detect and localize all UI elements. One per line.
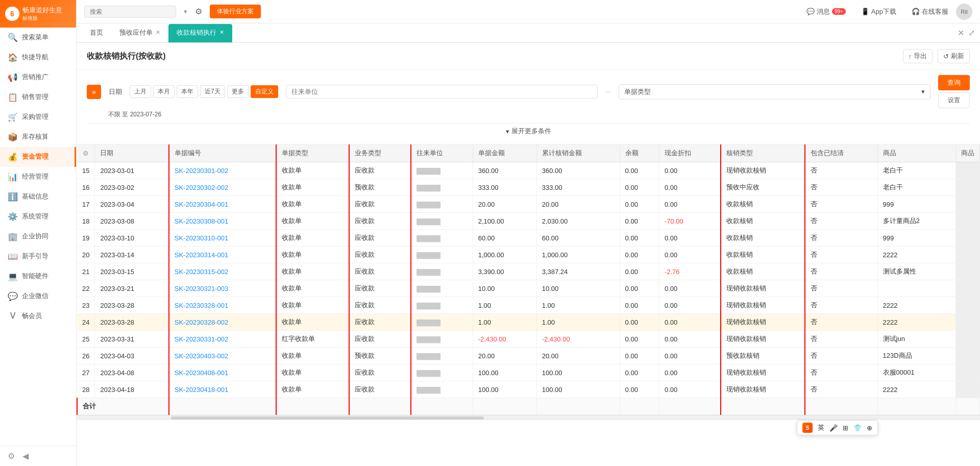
topbar-search-input[interactable]	[84, 6, 176, 18]
cell-doc-no: SK-20230315-002	[169, 263, 276, 280]
doc-no-link[interactable]: SK-20230403-002	[175, 352, 229, 360]
doc-no-link[interactable]: SK-20230408-001	[175, 369, 229, 377]
date-custom[interactable]: 自定义	[251, 85, 278, 98]
cell-settled: 否	[805, 314, 877, 331]
doc-no-link[interactable]: SK-20230301-002	[175, 167, 229, 175]
doc-no-link[interactable]: SK-20230328-001	[175, 302, 229, 309]
cell-amount: 1,000.00	[473, 247, 536, 263]
tab-home[interactable]: 首页	[82, 24, 111, 42]
col-date: 日期	[95, 144, 169, 162]
shortcut-icon: 🏠	[8, 53, 18, 62]
col-doc-no: 单据编号	[169, 144, 276, 162]
tab-close-all-icon[interactable]: ✕	[958, 28, 964, 38]
sidebar-item-hardware[interactable]: 💻智能硬件	[0, 266, 76, 286]
filter-toggle-btn[interactable]: »	[87, 85, 101, 99]
doc-no-link[interactable]: SK-20230310-001	[175, 234, 229, 242]
query-actions: 查询 设置	[938, 75, 970, 108]
tab-prepay-close[interactable]: ✕	[156, 29, 160, 36]
sidebar-item-finance[interactable]: 💰资金管理	[0, 147, 76, 167]
sidebar-item-basic[interactable]: ℹ️基础信息	[0, 187, 76, 207]
total-discount	[659, 398, 721, 415]
col-verify-type: 核销类型	[721, 144, 805, 162]
industry-solution-button[interactable]: 体验行业方案	[210, 5, 261, 18]
cell-biz-type: 应收款	[349, 280, 411, 297]
ime-keyboard-icon[interactable]: ⊞	[843, 424, 848, 432]
doc-type-select[interactable]: 单据类型 ▾	[619, 84, 930, 100]
tab-collection-close[interactable]: ✕	[219, 29, 224, 36]
date-last-month[interactable]: 上月	[130, 85, 151, 98]
date-more[interactable]: 更多	[227, 85, 249, 98]
doc-no-link[interactable]: SK-20230331-002	[175, 335, 229, 343]
ime-mic-icon[interactable]: 🎤	[829, 424, 838, 432]
cell-verify-type: 现销收款核销	[721, 314, 805, 331]
cell-biz-type: 应收款	[349, 263, 411, 280]
member-icon: V	[8, 311, 18, 321]
sidebar-item-member[interactable]: V畅会员	[0, 306, 76, 326]
settings-footer-icon[interactable]: ⚙	[8, 451, 15, 461]
cell-discount: 0.00	[659, 280, 721, 297]
cell-balance: 0.00	[620, 247, 659, 263]
sidebar-item-guide[interactable]: 📖新手引导	[0, 247, 76, 266]
cell-date: 2023-03-28	[95, 314, 169, 331]
messages-action[interactable]: 💬 消息 99+	[806, 7, 846, 16]
doc-no-link[interactable]: SK-20230328-002	[175, 318, 229, 326]
cell-doc-no: SK-20230301-002	[169, 162, 276, 179]
tab-expand-icon[interactable]: ⤢	[968, 28, 975, 38]
doc-no-link[interactable]: SK-20230321-003	[175, 285, 229, 292]
table-row: 27 2023-04-08 SK-20230408-001 收款单 应收款 ██…	[77, 364, 980, 381]
tab-collection[interactable]: 收款核销执行 ✕	[168, 24, 232, 42]
cell-doc-no: SK-20230308-001	[169, 213, 276, 230]
date-7days[interactable]: 近7天	[200, 85, 225, 98]
doc-no-link[interactable]: SK-20230314-001	[175, 251, 229, 259]
cell-settled: 否	[805, 297, 877, 314]
tab-prepay[interactable]: 预收应付单 ✕	[111, 24, 168, 42]
refresh-button[interactable]: ↺ 刷新	[938, 49, 970, 63]
cell-goods: 999	[877, 230, 955, 247]
doc-no-link[interactable]: SK-20230315-002	[175, 268, 229, 276]
sidebar-item-enterprise[interactable]: 🏢企业协同	[0, 227, 76, 247]
export-button[interactable]: ↑ 导出	[903, 49, 933, 63]
sidebar-item-operation[interactable]: 📊经营管理	[0, 167, 76, 187]
user-avatar[interactable]: Rit	[956, 4, 972, 20]
sidebar-item-search[interactable]: 🔍搜索菜单	[0, 28, 76, 47]
topbar-dropdown-arrow[interactable]: ▾	[184, 8, 187, 15]
query-button[interactable]: 查询	[938, 75, 970, 90]
cell-discount: 0.00	[659, 179, 721, 196]
ime-shirt-icon[interactable]: 👕	[853, 424, 862, 432]
sidebar-item-sales[interactable]: 📋销售管理	[0, 87, 76, 107]
sidebar-item-marketing[interactable]: 📢营销推广	[0, 67, 76, 87]
doc-no-link[interactable]: SK-20230304-001	[175, 201, 229, 208]
doc-no-link[interactable]: SK-20230308-001	[175, 217, 229, 225]
sidebar-item-wechat[interactable]: 💬企业微信	[0, 286, 76, 306]
ime-apps-icon[interactable]: ⊕	[867, 424, 872, 432]
app-download-action[interactable]: 📱 App下载	[861, 7, 896, 16]
collapse-footer-icon[interactable]: ◀	[22, 451, 29, 461]
sidebar-item-purchase[interactable]: 🛒采购管理	[0, 107, 76, 127]
sidebar-item-system[interactable]: ⚙️系统管理	[0, 207, 76, 227]
doc-no-link[interactable]: SK-20230418-001	[175, 386, 229, 394]
total-doc-no	[169, 398, 276, 415]
sidebar-item-label: 营销推广	[22, 72, 48, 82]
cell-biz-type: 预收款	[349, 179, 411, 196]
cell-settled: 否	[805, 348, 877, 364]
purchase-icon: 🛒	[8, 112, 18, 122]
date-this-month[interactable]: 本月	[153, 85, 175, 98]
horizontal-scrollbar[interactable]	[77, 415, 980, 420]
expand-filters-btn[interactable]: ▾ 展开更多条件	[87, 123, 970, 139]
cell-doc-no: SK-20230403-002	[169, 348, 276, 364]
cell-goods2	[956, 314, 980, 331]
scroll-thumb	[171, 416, 484, 420]
sidebar-item-shortcut[interactable]: 🏠快捷导航	[0, 47, 76, 67]
filter-dots[interactable]: ···	[605, 88, 611, 95]
cell-goods: 测试多属性	[877, 263, 955, 280]
date-this-year[interactable]: 本年	[177, 85, 198, 98]
topbar-gear-icon[interactable]: ⚙	[195, 7, 202, 16]
partner-filter-input[interactable]	[286, 85, 598, 99]
cell-settled: 否	[805, 196, 877, 213]
sidebar-item-inventory[interactable]: 📦库存核算	[0, 127, 76, 147]
settings-button[interactable]: 设置	[938, 92, 970, 108]
support-action[interactable]: 🎧 在线客服	[912, 7, 948, 16]
doc-no-link[interactable]: SK-20230302-002	[175, 184, 229, 191]
col-setting[interactable]: ⚙	[77, 144, 95, 162]
table-row: 18 2023-03-08 SK-20230308-001 收款单 应收款 ██…	[77, 213, 980, 230]
